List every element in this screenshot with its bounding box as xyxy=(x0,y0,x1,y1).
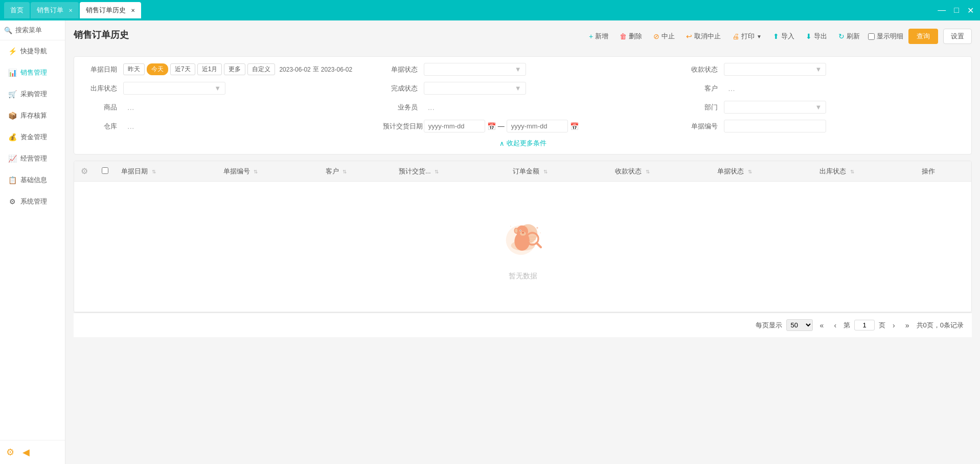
print-button[interactable]: 🖨 打印 ▼ xyxy=(729,30,765,43)
empty-illustration: ✦ • • xyxy=(497,212,549,263)
bill-number-control xyxy=(724,120,963,132)
col-warehouse-sort-icon: ⇅ xyxy=(850,169,854,174)
import-button[interactable]: ⬆ 导入 xyxy=(770,30,797,43)
date-btn-7days[interactable]: 近7天 xyxy=(170,63,195,75)
display-detail-checkbox[interactable] xyxy=(868,33,875,40)
department-select[interactable]: ▼ xyxy=(724,101,826,114)
add-button[interactable]: + 新增 xyxy=(586,30,611,43)
tab-sales-history-label: 销售订单历史 xyxy=(86,6,126,15)
salesperson-dots[interactable]: ... xyxy=(428,103,435,112)
date-btn-custom[interactable]: 自定义 xyxy=(247,63,275,75)
page-size-select[interactable]: 50 10 20 100 xyxy=(786,319,813,331)
calendar-end-icon[interactable]: 📅 xyxy=(570,122,579,130)
tab-sales-history-close[interactable]: ✕ xyxy=(131,8,135,13)
page-size-label: 每页显示 xyxy=(756,321,782,330)
filter-row-1: 单据日期 昨天 今天 近7天 近1月 更多 自定义 2023-06-02 至 2… xyxy=(82,63,963,76)
complete-status-select[interactable]: ▼ xyxy=(424,82,526,95)
col-expected-delivery[interactable]: 预计交货... ⇅ xyxy=(393,161,507,182)
minimize-button[interactable]: — xyxy=(936,4,948,17)
sidebar-item-operations-label: 经营管理 xyxy=(20,154,47,163)
content-area: 销售订单历史 + 新增 🗑 删除 ⊘ 中止 ↩ 取消中止 xyxy=(65,20,980,464)
svg-point-8 xyxy=(520,230,521,231)
page-number-input[interactable] xyxy=(854,320,875,330)
date-btn-yesterday[interactable]: 昨天 xyxy=(123,63,145,75)
sidebar-collapse-button[interactable]: ◀ xyxy=(20,445,32,460)
warehouse-status-select[interactable]: ▼ xyxy=(123,82,225,95)
export-button[interactable]: ⬇ 导出 xyxy=(803,30,830,43)
tab-sales-order[interactable]: 销售订单 ✕ xyxy=(31,2,79,18)
sidebar-item-quicknav[interactable]: ⚡ 快捷导航 xyxy=(0,40,65,62)
select-all-checkbox[interactable] xyxy=(102,167,108,174)
customer-dots[interactable]: ... xyxy=(728,84,735,93)
date-range-display: 2023-06-02 至 2023-06-02 xyxy=(279,65,352,74)
page-label: 第 xyxy=(844,321,850,330)
sidebar-item-operations[interactable]: 📈 经营管理 xyxy=(0,148,65,169)
refresh-button[interactable]: ↻ 刷新 xyxy=(835,30,863,43)
first-page-button[interactable]: « xyxy=(817,320,827,330)
query-button[interactable]: 查询 xyxy=(908,29,938,44)
col-number[interactable]: 单据编号 ⇅ xyxy=(217,161,320,182)
close-button[interactable]: ✕ xyxy=(965,4,976,17)
operations-icon: 📈 xyxy=(8,154,16,163)
col-date-sort-icon: ⇅ xyxy=(152,169,156,174)
col-customer[interactable]: 客户 ⇅ xyxy=(320,161,393,182)
filter-row-4: 仓库 ... 预计交货日期 📅 — 📅 单据编号 xyxy=(82,120,963,132)
sidebar-item-system[interactable]: ⚙ 系统管理 xyxy=(0,191,65,212)
cancel-suspend-icon: ↩ xyxy=(686,32,692,40)
expected-date-inputs: 📅 — 📅 xyxy=(424,120,579,132)
total-info: 共0页，0条记录 xyxy=(917,321,964,330)
delete-button[interactable]: 🗑 删除 xyxy=(617,30,645,43)
col-amount[interactable]: 订单金额 ⇅ xyxy=(507,161,609,182)
tab-home[interactable]: 首页 xyxy=(4,2,30,18)
collapse-button[interactable]: ∧ 收起更多条件 xyxy=(82,139,963,148)
sidebar-item-finance[interactable]: 💰 资金管理 xyxy=(0,126,65,148)
sidebar-item-inventory[interactable]: 📦 库存核算 xyxy=(0,105,65,126)
calendar-start-icon[interactable]: 📅 xyxy=(487,122,496,130)
col-bill-sort-icon: ⇅ xyxy=(748,169,752,174)
sidebar-item-sales[interactable]: 📊 销售管理 xyxy=(0,62,65,83)
sidebar-item-purchase[interactable]: 🛒 采购管理 xyxy=(0,83,65,105)
next-page-button[interactable]: › xyxy=(890,320,898,330)
col-bill-status[interactable]: 单据状态 ⇅ xyxy=(711,161,813,182)
sidebar-item-basic-info[interactable]: 📋 基础信息 xyxy=(0,169,65,191)
bill-status-select[interactable]: ▼ xyxy=(424,63,526,76)
department-dropdown-icon: ▼ xyxy=(815,103,822,111)
export-icon: ⬇ xyxy=(806,32,812,40)
cancel-suspend-button[interactable]: ↩ 取消中止 xyxy=(683,30,724,43)
warehouse-status-dropdown-icon: ▼ xyxy=(214,84,221,92)
restore-button[interactable]: □ xyxy=(952,4,961,17)
basic-info-icon: 📋 xyxy=(8,176,16,184)
set-button[interactable]: 设置 xyxy=(943,29,972,44)
expected-date-start-input[interactable] xyxy=(424,120,485,132)
payment-status-select[interactable]: ▼ xyxy=(724,63,826,76)
system-icon: ⚙ xyxy=(8,197,16,206)
sidebar-search[interactable]: 🔍 搜索菜单 xyxy=(0,20,65,40)
date-btn-1month[interactable]: 近1月 xyxy=(197,63,222,75)
col-number-sort-icon: ⇅ xyxy=(254,169,258,174)
warehouse-dots[interactable]: ... xyxy=(127,122,134,131)
expected-date-label: 预计交货日期 xyxy=(383,122,424,131)
sidebar-settings-button[interactable]: ⚙ xyxy=(4,445,16,460)
suspend-button[interactable]: ⊘ 中止 xyxy=(650,30,678,43)
bill-number-input[interactable] xyxy=(724,120,826,132)
col-payment-status[interactable]: 收款状态 ⇅ xyxy=(609,161,711,182)
sidebar-bottom: ⚙ ◀ xyxy=(0,440,65,464)
display-detail-toggle[interactable]: 显示明细 xyxy=(868,32,903,41)
prev-page-button[interactable]: ‹ xyxy=(831,320,839,330)
goods-dots[interactable]: ... xyxy=(127,103,134,112)
col-customer-sort-icon: ⇅ xyxy=(343,169,347,174)
last-page-button[interactable]: » xyxy=(902,320,913,330)
expected-date-end-input[interactable] xyxy=(507,120,568,132)
svg-text:•: • xyxy=(510,225,511,228)
empty-state: ✦ • • 暂无数据 xyxy=(74,182,971,312)
tab-sales-history[interactable]: 销售订单历史 ✕ xyxy=(80,2,141,18)
import-label: 导入 xyxy=(781,32,794,41)
date-btn-today[interactable]: 今天 xyxy=(147,63,168,75)
date-btn-more[interactable]: 更多 xyxy=(224,63,245,75)
col-warehouse-status[interactable]: 出库状态 ⇅ xyxy=(813,161,916,182)
sidebar-item-system-label: 系统管理 xyxy=(20,197,47,206)
col-date[interactable]: 单据日期 ⇅ xyxy=(115,161,217,182)
table-settings-icon[interactable]: ⚙ xyxy=(81,167,88,175)
tab-sales-order-close[interactable]: ✕ xyxy=(69,8,73,13)
salesperson-label: 业务员 xyxy=(383,103,424,112)
